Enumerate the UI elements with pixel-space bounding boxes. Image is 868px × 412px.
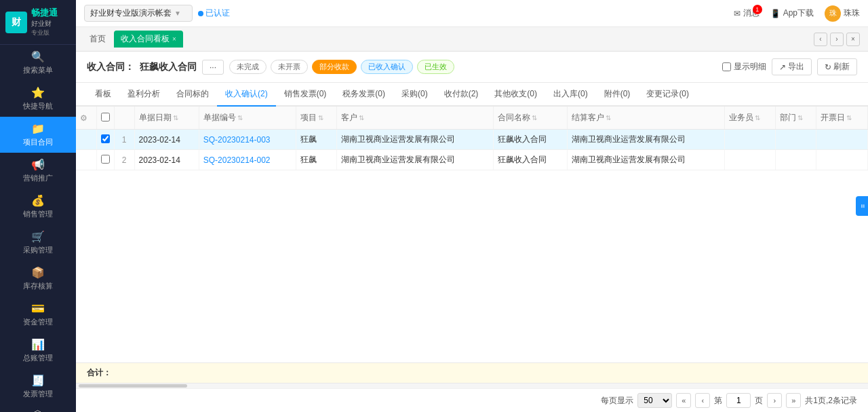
sidebar-item-marketing[interactable]: 📢 营销推广 [0,153,76,189]
date-col-header: 单据日期⇅ [134,107,199,130]
status-partial-received[interactable]: 部分收款 [312,60,357,74]
sub-tab-other_income[interactable]: 其他收支(0) [486,83,545,107]
settings-cell [76,150,96,170]
last-page-button[interactable]: » [786,393,801,408]
first-page-button[interactable]: « [676,393,691,408]
contract-name-cell: 狂飙收入合同 [494,150,568,170]
sub-tab-outbound[interactable]: 出入库(0) [545,83,596,107]
sidebar-item-label: 搜索菜单 [23,65,53,75]
logo-text: 畅捷通 好业财 专业版 [31,7,58,37]
more-options-button[interactable]: ··· [202,60,224,75]
table-row[interactable]: 1 2023-02-14 SQ-20230214-003 狂飙 湖南卫视商业运营… [76,130,868,150]
settle-customer-cell: 湖南卫视商业运营发展有限公司 [568,150,725,170]
checkbox-cell[interactable] [96,150,114,170]
page-unit: 页 [755,395,763,407]
settings-icon[interactable]: ⚙ [80,113,87,123]
active-tab[interactable]: 收入合同看板 × [114,31,183,48]
certified-dot [198,11,203,16]
row-checkbox[interactable] [101,155,110,164]
contract-header: 收入合同： 狂飙收入合同 ··· 未完成 未开票 部分收款 已收入确认 已生效 … [76,52,868,83]
tab-close-all-button[interactable]: × [846,33,860,46]
sub-tab-kanban[interactable]: 看板 [87,83,119,107]
tab-prev-button[interactable]: ‹ [814,33,827,46]
page-number-input[interactable] [726,393,751,408]
home-tab[interactable]: 首页 [84,31,111,48]
project-cell: 狂飙 [296,150,336,170]
marketing-icon: 📢 [31,158,45,171]
sidebar-item-tax[interactable]: 🏛 税务管理 [0,405,76,412]
settle-customer-cell: 湖南卫视商业运营发展有限公司 [568,130,725,150]
scrollbar-thumb[interactable] [79,384,187,388]
sort-icon8: ⇅ [797,114,803,121]
data-table-container[interactable]: ⚙ 单据日期⇅ 单据编号⇅ 项目⇅ 客户⇅ 合同名称⇅ 结算客户⇅ 业务员⇅ 部… [76,107,868,362]
doc-no-link[interactable]: SQ-20230214-003 [203,135,271,145]
sub-tab-purchase[interactable]: 采购(0) [393,83,436,107]
inventory-icon: 📦 [31,266,45,279]
sidebar-item-search[interactable]: 🔍 搜索菜单 [0,45,76,81]
sub-tab-sales_invoice[interactable]: 销售发票(0) [276,83,335,107]
status-incomplete[interactable]: 未完成 [229,60,267,74]
sidebar-item-purchase[interactable]: 🛒 采购管理 [0,225,76,261]
sidebar-nav: 🔍 搜索菜单 ⭐ 快捷导航 📁 项目合同 📢 营销推广 💰 销售管理 🛒 采购管… [0,45,76,412]
sub-tab-attachments[interactable]: 附件(0) [596,83,639,107]
message-button[interactable]: ✉ 消息 1 [734,7,760,19]
show-detail-checkbox[interactable] [722,62,731,71]
export-icon: ↗ [779,62,786,72]
next-page-button[interactable]: › [767,393,782,408]
sub-tabs: 看板盈利分析合同标的收入确认(2)销售发票(0)税务发票(0)采购(0)收付款(… [76,83,868,107]
tab-next-button[interactable]: › [830,33,844,46]
sub-tab-tax_invoice[interactable]: 税务发票(0) [334,83,393,107]
sidebar-item-capital[interactable]: 💳 资金管理 [0,297,76,333]
right-side-panel-toggle[interactable]: ≡ [856,196,868,217]
prev-page-button[interactable]: ‹ [695,393,710,408]
dept-col-header: 部门⇅ [776,107,816,130]
status-effective[interactable]: 已生效 [417,60,454,74]
sidebar-item-sales[interactable]: 💰 销售管理 [0,189,76,225]
sidebar-item-label: 资金管理 [23,317,53,327]
sidebar-item-invoice[interactable]: 🧾 发票管理 [0,369,76,405]
sub-tab-payment[interactable]: 收付款(2) [436,83,487,107]
status-confirmed[interactable]: 已收入确认 [361,60,413,74]
sort-icon7: ⇅ [755,114,760,121]
export-button[interactable]: ↗ 导出 [772,58,812,75]
sidebar-item-project[interactable]: 📁 项目合同 [0,117,76,153]
user-menu[interactable]: 珠 珠珠 [825,5,860,22]
checkbox-cell[interactable] [96,130,114,150]
tab-close-button[interactable]: × [172,35,176,43]
sub-tab-income_confirm[interactable]: 收入确认(2) [217,83,276,107]
sidebar-item-label: 销售管理 [23,209,53,219]
sidebar-item-general[interactable]: 📊 总账管理 [0,333,76,369]
invoice-icon: 🧾 [31,374,45,387]
top-header: 好业财专业版演示帐套 ▼ 已认证 ✉ 消息 1 📱 App下载 珠 珠珠 [76,0,868,27]
project-col-header: 项目⇅ [296,107,336,130]
page-label: 第 [714,395,722,407]
row-checkbox[interactable] [101,134,110,143]
sub-tab-profit[interactable]: 盈利分析 [119,83,168,107]
date-cell: 2023-02-14 [134,130,199,150]
search-icon: 🔍 [31,50,45,63]
refresh-icon: ↻ [825,62,831,72]
app-download-button[interactable]: 📱 App下载 [770,7,814,19]
sidebar-item-label: 营销推广 [23,173,53,183]
refresh-button[interactable]: ↻ 刷新 [817,58,857,75]
contract-title: 收入合同： 狂飙收入合同 [87,61,197,73]
status-not-invoiced[interactable]: 未开票 [271,60,308,74]
select-all-checkbox[interactable] [101,113,110,121]
doc-no-link[interactable]: SQ-20230214-002 [203,155,271,165]
open-date-col-header: 开票日⇅ [816,107,868,130]
contract-actions: 显示明细 ↗ 导出 ↻ 刷新 [722,58,857,75]
doc-no-cell: SQ-20230214-003 [199,130,296,150]
company-selector[interactable]: 好业财专业版演示帐套 ▼ [84,5,193,22]
sidebar-item-inventory[interactable]: 📦 库存核算 [0,261,76,297]
sidebar-item-label: 项目合同 [23,137,53,147]
tab-nav-buttons: ‹ › × [814,33,860,46]
horizontal-scrollbar[interactable] [76,383,868,388]
per-page-select[interactable]: 50 100 [637,393,672,408]
num-cell: 1 [114,130,134,150]
sub-tab-contract_label[interactable]: 合同标的 [168,83,217,107]
doc-no-cell: SQ-20230214-002 [199,150,296,170]
table-row[interactable]: 2 2023-02-14 SQ-20230214-002 狂飙 湖南卫视商业运营… [76,150,868,170]
sub-tab-change_log[interactable]: 变更记录(0) [638,83,697,107]
sidebar-item-quick-nav[interactable]: ⭐ 快捷导航 [0,81,76,117]
customer-cell: 湖南卫视商业运营发展有限公司 [336,150,494,170]
